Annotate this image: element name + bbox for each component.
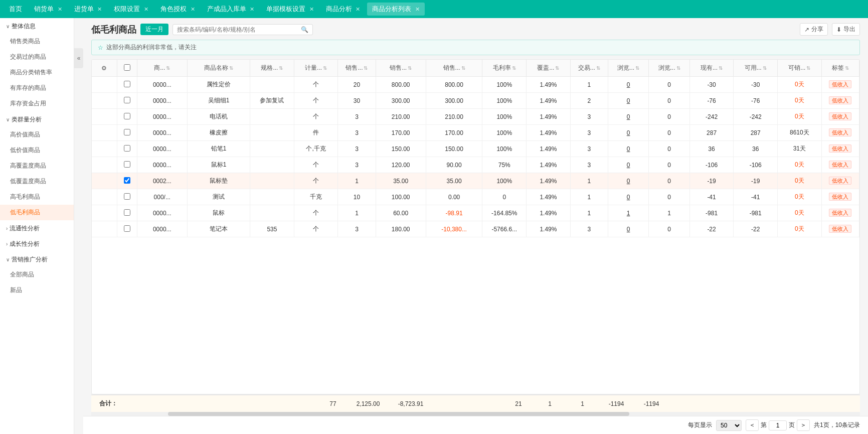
cell-browse1[interactable]: 0 [608,173,648,189]
nav-item-permissions[interactable]: 权限设置 ✕ [109,3,153,16]
close-icon[interactable]: ✕ [191,6,195,12]
sidebar-item-category-sales-rate[interactable]: 商品分类销售率 [0,65,74,80]
page-number-input[interactable] [769,420,787,430]
row-checkbox[interactable] [124,81,130,87]
sidebar-item-in-stock[interactable]: 有库存的商品 [0,80,74,96]
cell-current-stock: -981 [689,205,734,221]
cell-checkbox[interactable] [117,125,137,141]
cell-checkbox[interactable] [117,221,137,237]
close-icon[interactable]: ✕ [144,6,148,12]
cell-browse1[interactable]: 0 [608,93,648,109]
close-icon[interactable]: ✕ [356,6,360,12]
col-browse1[interactable]: 浏览...⇅ [608,60,648,77]
content-area: 低毛利商品 近一月 🔍 ↗ 分享 ⬇ 导出 ☆ 这部分商品的利润非常低，请关注 [83,18,868,434]
col-settings[interactable]: ⚙ [92,60,117,77]
row-checkbox[interactable] [124,161,130,168]
col-sales-price[interactable]: 销售...⇅ [376,60,426,77]
close-icon[interactable]: ✕ [309,6,314,12]
cell-available: 287 [734,125,778,141]
col-name[interactable]: 商品名称⇅ [187,60,250,77]
sidebar-item-all-products[interactable]: 全部商品 [0,267,74,282]
col-sales-qty[interactable]: 销售...⇅ [338,60,376,77]
col-coverage[interactable]: 覆盖...⇅ [527,60,571,77]
col-spec[interactable]: 规格...⇅ [250,60,294,77]
export-button[interactable]: ⬇ 导出 [832,23,860,36]
next-page-button[interactable]: ＞ [797,419,810,431]
nav-item-template-settings[interactable]: 单据模板设置 ✕ [261,3,319,16]
col-gross-rate[interactable]: 毛利率⇅ [482,60,527,77]
cell-checkbox[interactable] [117,109,137,125]
close-icon[interactable]: ✕ [250,6,254,12]
cell-checkbox[interactable] [117,93,137,109]
cell-browse1[interactable]: 0 [608,77,648,93]
cell-browse1[interactable]: 0 [608,125,648,141]
nav-item-analysis-list[interactable]: 商品分析列表 ✕ [367,3,425,16]
nav-item-roles[interactable]: 角色授权 ✕ [155,3,200,16]
col-tag[interactable]: 标签⇅ [821,60,859,77]
share-button[interactable]: ↗ 分享 [800,23,828,36]
sidebar-item-low-coverage[interactable]: 低覆盖度商品 [0,174,74,189]
sidebar-item-high-value[interactable]: 高价值商品 [0,127,74,142]
sidebar-item-traded-products[interactable]: 交易过的商品 [0,49,74,65]
scrollbar-thumb[interactable] [168,412,629,416]
cell-browse1[interactable]: 0 [608,221,648,237]
cell-browse1[interactable]: 0 [608,141,648,157]
close-icon[interactable]: ✕ [58,6,62,12]
row-checkbox[interactable] [124,225,130,232]
nav-item-sales[interactable]: 销货单 ✕ [29,3,67,16]
cell-checkbox[interactable] [117,205,137,221]
sidebar-item-low-value[interactable]: 低价值商品 [0,142,74,158]
close-icon[interactable]: ✕ [97,6,102,12]
sidebar-collapse-button[interactable]: « [74,48,83,68]
row-checkbox[interactable] [124,113,130,119]
col-available[interactable]: 可用...⇅ [734,60,778,77]
sidebar-group-flow[interactable]: › 流通性分析 [0,220,74,236]
sidebar-group-growth[interactable]: › 成长性分析 [0,236,74,251]
cell-checkbox[interactable] [117,157,137,173]
sidebar-group-cluster[interactable]: ∨ 类群量分析 [0,111,74,127]
nav-item-home[interactable]: 首页 [4,3,27,16]
search-input[interactable] [177,26,299,33]
col-unit[interactable]: 计量...⇅ [294,60,338,77]
sidebar-group-marketing[interactable]: ∨ 营销推广分析 [0,251,74,267]
filter-recent-month-button[interactable]: 近一月 [140,24,168,35]
col-current-stock[interactable]: 现有...⇅ [689,60,734,77]
search-icon[interactable]: 🔍 [301,26,308,33]
cell-browse1[interactable]: 0 [608,157,648,173]
cell-checkbox[interactable] [117,189,137,205]
select-all-checkbox[interactable] [124,64,130,71]
col-transaction[interactable]: 交易...⇅ [570,60,608,77]
row-checkbox[interactable] [124,177,130,184]
nav-item-product-analysis[interactable]: 商品分析 ✕ [321,3,366,16]
sidebar-item-sales-products[interactable]: 销售类商品 [0,34,74,49]
per-page-select[interactable]: 50 100 200 [716,420,742,431]
prev-page-button[interactable]: ＜ [746,419,759,431]
cell-browse1[interactable]: 0 [608,109,648,125]
horizontal-scrollbar[interactable] [91,412,860,416]
sidebar-item-high-coverage[interactable]: 高覆盖度商品 [0,158,74,174]
cell-browse1[interactable]: 0 [608,189,648,205]
close-icon[interactable]: ✕ [415,6,420,12]
cell-sales-gross: 170.00 [426,125,482,141]
col-sales-gross[interactable]: 销售...⇅ [426,60,482,77]
cell-browse1[interactable]: 1 [608,205,648,221]
row-checkbox[interactable] [124,97,130,103]
row-checkbox[interactable] [124,209,130,216]
col-sellable[interactable]: 可销...⇅ [778,60,822,77]
cell-checkbox[interactable] [117,173,137,189]
sidebar-item-high-margin[interactable]: 高毛利商品 [0,189,74,205]
sidebar-item-inventory-capital[interactable]: 库存资金占用 [0,96,74,111]
nav-item-product-entry[interactable]: 产成品入库单 ✕ [202,3,260,16]
row-checkbox[interactable] [124,129,130,135]
sidebar-group-overall[interactable]: ∨ 整体信息 [0,18,74,34]
col-code[interactable]: 商...⇅ [137,60,187,77]
sidebar-item-low-margin[interactable]: 低毛利商品 [0,205,74,220]
cell-checkbox[interactable] [117,141,137,157]
row-checkbox[interactable] [124,193,130,200]
cell-checkbox[interactable] [117,77,137,93]
row-checkbox[interactable] [124,145,130,152]
sidebar-item-new-products[interactable]: 新品 [0,282,74,298]
nav-item-purchase[interactable]: 进货单 ✕ [69,3,107,16]
cell-name: 电话机 [187,109,250,125]
col-browse2[interactable]: 浏览...⇅ [649,60,689,77]
